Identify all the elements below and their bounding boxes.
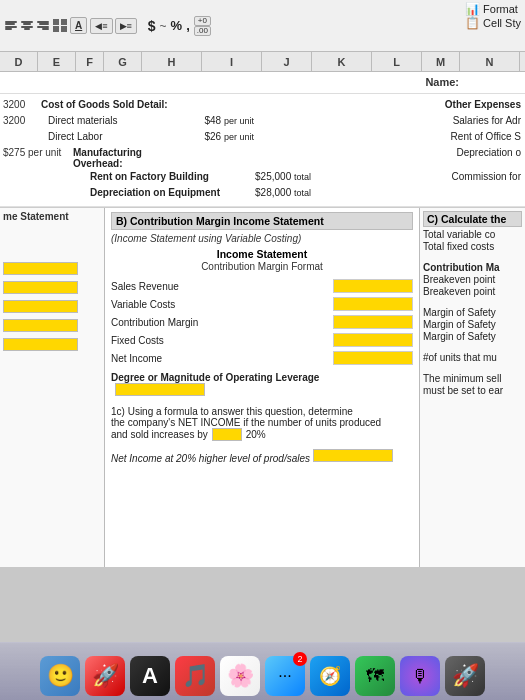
- cell-style-item[interactable]: 📋 Cell Sty: [465, 16, 521, 30]
- cell-dl-value: $26 per unit: [168, 130, 258, 143]
- comma-sign: ,: [186, 18, 190, 33]
- percent-sign: %: [171, 18, 183, 33]
- toolbar: A ◀≡ ▶≡ $ ~ % , +0 .00 📊 Forma: [0, 0, 525, 52]
- dock-rocket[interactable]: 🚀: [445, 656, 485, 696]
- panel-b-subheader: (Income Statement using Variable Costing…: [111, 233, 413, 244]
- is-label-contribution: Contribution Margin: [111, 317, 329, 328]
- onec-label3: and sold increases by: [111, 429, 208, 440]
- is-label-net: Net Income: [111, 353, 329, 364]
- align-right-icon[interactable]: [36, 20, 50, 32]
- panel-c-spacer3: [423, 343, 522, 351]
- yellow-box-4: [3, 319, 78, 332]
- col-header-g[interactable]: G: [104, 52, 142, 71]
- col-header-f[interactable]: F: [76, 52, 104, 71]
- cell-d3: [0, 130, 38, 132]
- is-value-fixed[interactable]: [333, 333, 413, 347]
- net-income-value[interactable]: [313, 449, 393, 462]
- cell-d2[interactable]: 3200: [0, 114, 38, 127]
- cell-other-expenses: Other Expenses: [258, 98, 525, 111]
- cell-rent-value: $25,000 total: [240, 170, 315, 183]
- yellow-box-3: [3, 300, 78, 313]
- dock-appstore[interactable]: A: [130, 656, 170, 696]
- leverage-value[interactable]: [115, 383, 205, 396]
- cell-commission: Commission for: [315, 170, 525, 183]
- net-income-label: Net Income at 20% higher level of prod/s…: [111, 453, 310, 464]
- toolbar-left: A ◀≡ ▶≡ $ ~ % , +0 .00: [4, 16, 521, 36]
- is-row-sales: Sales Revenue: [111, 278, 413, 294]
- is-value-variable[interactable]: [333, 297, 413, 311]
- is-subtitle: Contribution Margin Format: [111, 261, 413, 272]
- decimal-dec-button[interactable]: .00: [194, 26, 211, 36]
- indent-buttons: ◀≡ ▶≡: [90, 18, 137, 34]
- panel-c-spacer2: [423, 298, 522, 306]
- cell-style-label: Cell Sty: [483, 17, 521, 29]
- cell-cogs-detail: Cost of Goods Sold Detail:: [38, 98, 258, 111]
- indent-decrease-button[interactable]: ◀≡: [90, 18, 112, 34]
- is-row-variable: Variable Costs: [111, 296, 413, 312]
- dock-maps[interactable]: 🗺: [355, 656, 395, 696]
- dock-photos[interactable]: 🌸: [220, 656, 260, 696]
- panel-c-row-9: Margin of Safety: [423, 331, 522, 342]
- col-header-j[interactable]: J: [262, 52, 312, 71]
- col-header-h[interactable]: H: [142, 52, 202, 71]
- leverage-label: Degree or Magnitude of Operating Leverag…: [111, 372, 319, 383]
- panels-row: me Statement B) Contribution Margin Inco…: [0, 207, 525, 567]
- yellow-box-5: [3, 338, 78, 351]
- grid-icon[interactable]: [53, 19, 67, 33]
- dock-music[interactable]: 🎵: [175, 656, 215, 696]
- dollar-sign: $: [148, 18, 156, 34]
- alignment-icons[interactable]: [4, 20, 50, 32]
- col-header-d[interactable]: D: [0, 52, 38, 71]
- cell-depreciation: Depreciation o: [270, 146, 525, 159]
- dock-launchpad[interactable]: 🚀: [85, 656, 125, 696]
- format-label: Format: [483, 3, 518, 15]
- is-row-net: Net Income: [111, 350, 413, 366]
- panel-c-row-8: Margin of Safety: [423, 319, 522, 330]
- is-value-sales[interactable]: [333, 279, 413, 293]
- panel-c-row-1: Total fixed costs: [423, 241, 522, 252]
- col-header-e[interactable]: E: [38, 52, 76, 71]
- cell-dm-value: $48 per unit: [168, 114, 258, 127]
- messages-badge: 2: [293, 652, 307, 666]
- cell-empty3: [0, 186, 70, 188]
- col-header-m[interactable]: M: [422, 52, 460, 71]
- cell-direct-materials: Direct materials: [38, 114, 168, 127]
- decimal-inc-button[interactable]: +0: [194, 16, 211, 26]
- dock-safari[interactable]: 🧭: [310, 656, 350, 696]
- col-header-i[interactable]: I: [202, 52, 262, 71]
- format-item[interactable]: 📊 Format: [465, 2, 518, 16]
- cell-rent-office: Rent of Office S: [258, 130, 525, 143]
- is-label-sales: Sales Revenue: [111, 281, 329, 292]
- is-label-variable: Variable Costs: [111, 299, 329, 310]
- align-left-icon[interactable]: [4, 20, 18, 32]
- tilde-icon: ~: [160, 19, 167, 33]
- panel-c-row-11: #of units that mu: [423, 352, 522, 363]
- onec-section: 1c) Using a formula to answer this quest…: [111, 406, 413, 441]
- align-center-icon[interactable]: [20, 20, 34, 32]
- col-header-k[interactable]: K: [312, 52, 372, 71]
- cell-rent-factory: Rent on Factory Building: [70, 170, 240, 183]
- indent-increase-button[interactable]: ▶≡: [115, 18, 137, 34]
- onec-pct-box[interactable]: [212, 428, 242, 441]
- cell-depreciation-value: $28,000 total: [240, 186, 315, 199]
- cell-salaries: Salaries for Adr: [258, 114, 525, 127]
- cell-empty2: [0, 170, 70, 172]
- name-label: Name:: [419, 72, 465, 93]
- panel-c-row-14: must be set to ear: [423, 385, 522, 396]
- underline-a-button[interactable]: A: [70, 17, 87, 34]
- is-value-net[interactable]: [333, 351, 413, 365]
- cell-mfg-overhead: Manufacturing Overhead:: [70, 146, 160, 170]
- table-row: Direct Labor $26 per unit Rent of Office…: [0, 130, 525, 146]
- cell-d1[interactable]: 3200: [0, 98, 38, 111]
- onec-line2: the company's NET INCOME if the number o…: [111, 417, 413, 428]
- col-header-l[interactable]: L: [372, 52, 422, 71]
- dock-finder[interactable]: 🙂: [40, 656, 80, 696]
- panel-c-row-13: The minimum sell: [423, 373, 522, 384]
- panel-c: C) Calculate the Total variable co Total…: [420, 208, 525, 567]
- col-header-n[interactable]: N: [460, 52, 520, 71]
- dock-messages[interactable]: ··· 2: [265, 656, 305, 696]
- panel-c-spacer4: [423, 364, 522, 372]
- is-value-contribution[interactable]: [333, 315, 413, 329]
- dock-siri[interactable]: 🎙: [400, 656, 440, 696]
- table-row: Rent on Factory Building $25,000 total C…: [0, 170, 525, 186]
